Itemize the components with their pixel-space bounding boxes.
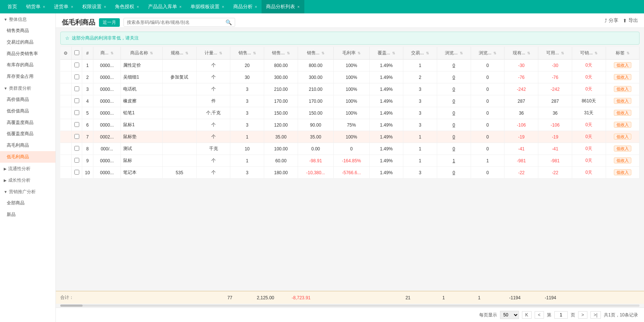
cell-view1[interactable]: 0	[437, 60, 471, 71]
cell-check[interactable]	[71, 60, 82, 71]
column-gross-rate[interactable]: 毛利率 ⇅	[333, 47, 369, 60]
row-checkbox[interactable]	[74, 158, 79, 163]
sidebar-group-circulation[interactable]: ▶ 流通性分析	[0, 163, 55, 174]
horizontal-scrollbar[interactable]	[60, 305, 640, 307]
search-input[interactable]	[127, 20, 223, 25]
cell-check[interactable]	[71, 71, 82, 83]
column-view1[interactable]: 浏览... ⇅	[437, 47, 471, 60]
column-check[interactable]	[71, 47, 82, 60]
cell-check[interactable]	[71, 83, 82, 95]
column-current-stock[interactable]: 现有... ⇅	[504, 47, 538, 60]
export-button[interactable]: ⬆ 导出	[623, 17, 638, 24]
row-checkbox[interactable]	[74, 86, 79, 91]
cell-view1[interactable]: 0	[437, 143, 471, 155]
nav-role-auth[interactable]: 角色授权 ×	[110, 0, 143, 13]
column-gear[interactable]: ⚙	[60, 47, 71, 60]
row-checkbox[interactable]	[74, 63, 79, 67]
sidebar-group-marketing[interactable]: ▼ 营销推广分析	[0, 186, 55, 197]
nav-sales-order[interactable]: 销货单 ×	[22, 0, 49, 13]
column-code[interactable]: 商... ⇅	[93, 47, 121, 60]
column-available-stock[interactable]: 可用... ⇅	[538, 47, 572, 60]
cell-check[interactable]	[71, 167, 82, 179]
nav-template-settings[interactable]: 单据模板设置 ×	[186, 0, 228, 13]
column-trade[interactable]: 交易... ⇅	[403, 47, 437, 60]
column-unit[interactable]: 计量... ⇅	[196, 47, 230, 60]
cell-check[interactable]	[71, 95, 82, 107]
close-icon[interactable]: ×	[104, 4, 106, 9]
sidebar-item-in-stock[interactable]: 有库存的商品	[0, 59, 55, 71]
row-checkbox[interactable]	[74, 122, 79, 127]
sidebar-item-category-rate[interactable]: 商品分类销售率	[0, 48, 55, 60]
cell-view1[interactable]: 0	[437, 95, 471, 107]
nav-product-analysis[interactable]: 商品分析 ×	[229, 0, 262, 13]
column-saleable-stock[interactable]: 可销... ⇅	[572, 47, 606, 60]
cell-view1[interactable]: 0	[437, 83, 471, 95]
cell-check[interactable]	[71, 155, 82, 167]
sidebar-item-low-value[interactable]: 低价值商品	[0, 105, 55, 117]
sidebar-item-all-products[interactable]: 全部商品	[0, 197, 55, 209]
cell-name: 铅笔1	[121, 107, 163, 119]
sidebar-item-traded-products[interactable]: 交易过的商品	[0, 36, 55, 48]
table-wrapper[interactable]: ⚙ # 商... ⇅ 商品名称 ⇅ 规格... ⇅ 计量... ⇅ 销售... …	[60, 47, 640, 291]
nav-analysis-list[interactable]: 商品分析列表 ×	[262, 0, 304, 13]
sidebar-item-high-value[interactable]: 高价值商品	[0, 94, 55, 105]
column-view2[interactable]: 浏览... ⇅	[471, 47, 504, 60]
per-page-select[interactable]: 50 20 100	[500, 311, 519, 319]
row-checkbox[interactable]	[74, 134, 79, 139]
column-sale-amount[interactable]: 销售... ⇅	[264, 47, 298, 60]
cell-check[interactable]	[71, 119, 82, 131]
column-coverage[interactable]: 覆盖... ⇅	[369, 47, 403, 60]
page-number-input[interactable]	[554, 311, 568, 319]
nav-home[interactable]: 首页	[3, 0, 22, 13]
cell-view1[interactable]: 0	[437, 119, 471, 131]
row-checkbox[interactable]	[74, 74, 79, 79]
select-all-checkbox[interactable]	[74, 50, 79, 55]
column-spec[interactable]: 规格... ⇅	[163, 47, 197, 60]
sidebar-item-capital[interactable]: 库存资金占用	[0, 71, 55, 82]
close-icon[interactable]: ×	[71, 4, 73, 9]
last-page-button[interactable]: >|	[590, 311, 601, 319]
nav-permission-settings[interactable]: 权限设置 ×	[78, 0, 110, 13]
sidebar-item-low-coverage[interactable]: 低覆盖度商品	[0, 128, 55, 140]
sidebar-item-high-coverage[interactable]: 高覆盖度商品	[0, 117, 55, 128]
cell-spec	[163, 107, 197, 119]
row-checkbox[interactable]	[74, 146, 79, 151]
cell-view1[interactable]: 1	[437, 155, 471, 167]
sidebar-item-new-products[interactable]: 新品	[0, 209, 55, 220]
nav-purchase-order[interactable]: 进货单 ×	[49, 0, 77, 13]
sidebar-group-growth[interactable]: ▶ 成长性分析	[0, 174, 55, 186]
row-checkbox[interactable]	[74, 110, 79, 115]
cell-check[interactable]	[71, 131, 82, 143]
cell-view1[interactable]: 0	[437, 167, 471, 179]
next-page-button[interactable]: >	[578, 311, 587, 319]
close-icon[interactable]: ×	[43, 4, 45, 9]
cell-view1[interactable]: 0	[437, 71, 471, 83]
close-icon[interactable]: ×	[255, 4, 257, 9]
sidebar-group-cluster[interactable]: ▼ 类群度分析	[0, 82, 55, 94]
sidebar-group-overall[interactable]: ▼ 整体信息	[0, 13, 55, 25]
prev-page-button[interactable]: <	[535, 311, 544, 319]
row-checkbox[interactable]	[74, 170, 79, 175]
share-button[interactable]: ⤴ 分享	[605, 17, 618, 24]
close-icon[interactable]: ×	[222, 4, 224, 9]
column-name[interactable]: 商品名称 ⇅	[121, 47, 163, 60]
column-sale-qty[interactable]: 销售... ⇅	[230, 47, 264, 60]
cell-check[interactable]	[71, 143, 82, 155]
cell-check[interactable]	[71, 107, 82, 119]
time-filter-button[interactable]: 近一月	[99, 18, 120, 27]
cell-view1[interactable]: 0	[437, 107, 471, 119]
sidebar-item-high-margin[interactable]: 高毛利商品	[0, 140, 55, 151]
scrollbar-thumb[interactable]	[60, 305, 83, 307]
nav-product-in[interactable]: 产品品入库单 ×	[144, 0, 186, 13]
column-sale-profit[interactable]: 销售... ⇅	[298, 47, 333, 60]
close-icon[interactable]: ×	[297, 4, 299, 9]
close-icon[interactable]: ×	[137, 4, 139, 9]
sidebar-item-sales-products[interactable]: 销售类商品	[0, 25, 55, 36]
search-icon[interactable]: 🔍	[225, 19, 232, 25]
sidebar-item-low-margin[interactable]: 低毛利商品	[0, 151, 55, 163]
row-checkbox[interactable]	[74, 98, 79, 103]
column-tag[interactable]: 标签 ⇅	[606, 47, 639, 60]
cell-view1[interactable]: 0	[437, 131, 471, 143]
first-page-button[interactable]: K	[522, 311, 532, 319]
close-icon[interactable]: ×	[179, 4, 182, 9]
